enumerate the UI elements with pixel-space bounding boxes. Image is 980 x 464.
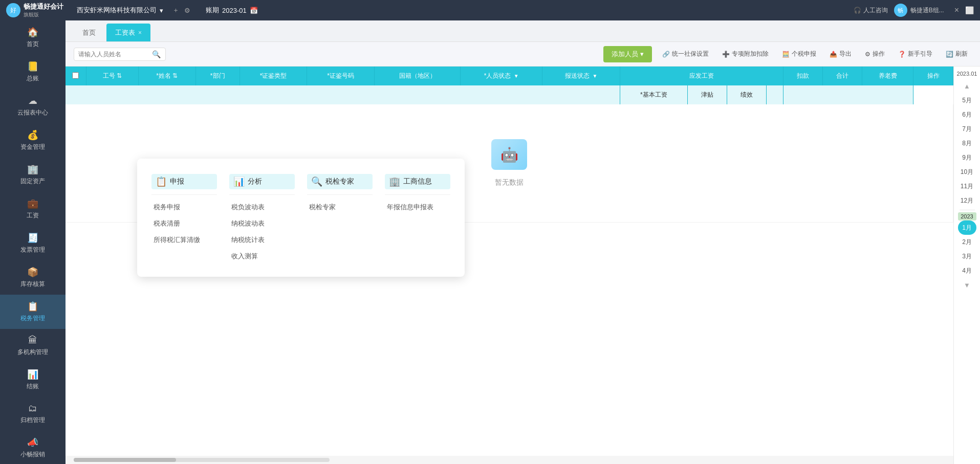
menu-section-工商信息: 🏢 工商信息 年报信息申报表	[379, 167, 456, 269]
menu-item-税负波动表[interactable]: 税负波动表	[229, 199, 295, 215]
menu-item-纳税统计表[interactable]: 纳税统计表	[229, 232, 295, 248]
sidebar-icon: 🏛	[28, 335, 37, 346]
sidebar-item-固定资产[interactable]: 🏢固定资产	[0, 158, 66, 192]
month-9月[interactable]: 9月	[958, 150, 976, 165]
action-icon: ❓	[898, 51, 906, 58]
toolbar-btn-导出[interactable]: 📤导出	[825, 47, 856, 61]
month-4月[interactable]: 4月	[958, 263, 976, 278]
chevron-down-icon: ▼	[964, 281, 970, 289]
sidebar-item-小畅报销[interactable]: 📣小畅报销	[0, 431, 66, 464]
col-id-number: *证鉴号码	[307, 67, 375, 85]
right-panel-year-header: 2023.01	[955, 69, 979, 79]
chevron-down-icon: ▾	[640, 50, 644, 58]
month-10月[interactable]: 10月	[958, 165, 976, 179]
customer-service-btn[interactable]: 🎧 人工咨询	[854, 6, 888, 15]
month-11月[interactable]: 11月	[958, 179, 976, 193]
month-6月[interactable]: 6月	[958, 107, 976, 122]
sidebar-item-发票管理[interactable]: 🧾发票管理	[0, 226, 66, 260]
sidebar-item-云报表中心[interactable]: ☁云报表中心	[0, 89, 66, 123]
right-panel-divider	[960, 210, 975, 210]
top-bar: 好 畅捷通好会计 旗舰版 西安虾米网络科技有限公司 ▾ ＋ ⚙ 账期 2023-…	[0, 0, 980, 20]
sidebar-item-库存核算[interactable]: 📦库存核算	[0, 260, 66, 295]
chevron-down-icon: ▾	[160, 7, 163, 14]
action-label: 新手引导	[908, 50, 932, 58]
tab-close-icon[interactable]: ×	[138, 29, 142, 36]
logo-sub: 旗舰版	[24, 11, 63, 18]
sidebar-icon: 📒	[27, 61, 38, 72]
menu-item-税务申报[interactable]: 税务申报	[151, 199, 217, 215]
sidebar-label: 工资	[27, 211, 39, 220]
sidebar-icon: 📦	[27, 267, 38, 278]
sidebar-item-结账[interactable]: 📊结账	[0, 363, 66, 397]
sub-header-empty	[66, 85, 620, 104]
avatar: 畅	[894, 4, 907, 17]
sidebar-item-归档管理[interactable]: 🗂归档管理	[0, 397, 66, 431]
checkbox-header[interactable]	[66, 67, 86, 85]
tab-工资表[interactable]: 工资表×	[106, 24, 150, 41]
right-panel-nav-up[interactable]: ▲	[960, 79, 974, 93]
sidebar-label: 云报表中心	[17, 108, 48, 117]
sidebar-item-资金管理[interactable]: 💰资金管理	[0, 123, 66, 158]
toolbar-btn-个税申报[interactable]: 🧮个税申报	[778, 47, 820, 61]
search-input[interactable]	[78, 51, 150, 58]
sidebar-item-工资[interactable]: 💼工资	[0, 192, 66, 226]
add-person-button[interactable]: 添加人员 ▾	[603, 46, 652, 62]
menu-item-收入测算[interactable]: 收入测算	[229, 248, 295, 264]
content-wrapper: 首页工资表× 🔍 添加人员 ▾ 🔗统一社保设置➕专项附加扣除🧮个税申报📤导出⚙操…	[66, 20, 980, 464]
action-icon: 🧮	[782, 51, 790, 58]
month-7月[interactable]: 7月	[958, 122, 976, 136]
add-company-icon[interactable]: ＋	[172, 6, 179, 15]
month-1月[interactable]: 1月	[958, 220, 976, 235]
menu-item-年报信息申报表[interactable]: 年报信息申报表	[385, 199, 450, 215]
restore-icon[interactable]: ⬜	[965, 6, 974, 14]
action-label: 个税申报	[792, 50, 816, 58]
menu-section-税检专家: 🔍 税检专家 税检专家	[301, 167, 379, 269]
content-row: 工号 ⇅ *姓名 ⇅ *部门 *证鉴类型 *证鉴号码 国籍（地区） *人员状态 …	[66, 67, 980, 464]
toolbar-btn-刷新[interactable]: 🔄刷新	[942, 47, 972, 61]
period-value: 2023-01	[222, 7, 247, 14]
month-2月[interactable]: 2月	[958, 235, 976, 249]
company-selector[interactable]: 西安虾米网络科技有限公司 ▾	[73, 4, 167, 17]
sidebar-label: 多机构管理	[17, 348, 48, 357]
close-icon[interactable]: ×	[954, 6, 959, 15]
action-icon: ⚙	[865, 51, 870, 58]
month-3月[interactable]: 3月	[958, 249, 976, 263]
headset-icon: 🎧	[854, 7, 861, 14]
section-header-bg: 🔍 税检专家	[307, 174, 373, 189]
menu-item-税检专家[interactable]: 税检专家	[307, 199, 373, 215]
sidebar-item-税务管理[interactable]: 📋税务管理	[0, 295, 66, 329]
toolbar-btn-操作[interactable]: ⚙操作	[861, 47, 889, 61]
settings-icon[interactable]: ⚙	[184, 7, 190, 14]
tab-首页[interactable]: 首页	[74, 24, 104, 41]
col-name: *姓名 ⇅	[139, 67, 195, 85]
menu-item-纳税波动表[interactable]: 纳税波动表	[229, 215, 295, 232]
month-8月[interactable]: 8月	[958, 136, 976, 150]
col-total: 合计	[822, 67, 862, 85]
toolbar-btn-专项附加扣除[interactable]: ➕专项附加扣除	[718, 47, 773, 61]
toolbar-btn-新手引导[interactable]: ❓新手引导	[894, 47, 937, 61]
right-panel-nav-down[interactable]: ▼	[960, 278, 974, 292]
tab-label: 工资表	[115, 28, 135, 37]
toolbar-actions: 🔗统一社保设置➕专项附加扣除🧮个税申报📤导出⚙操作❓新手引导🔄刷新	[658, 47, 972, 61]
menu-item-所得税汇算清缴[interactable]: 所得税汇算清缴	[151, 232, 217, 248]
sidebar-label: 首页	[27, 40, 39, 49]
col-id-type: *证鉴类型	[239, 67, 307, 85]
search-box[interactable]: 🔍	[74, 48, 166, 61]
horizontal-scrollbar[interactable]	[66, 456, 953, 464]
sidebar-item-多机构管理[interactable]: 🏛多机构管理	[0, 329, 66, 363]
sidebar-item-总账[interactable]: 📒总账	[0, 55, 66, 89]
sidebar-item-首页[interactable]: 🏠首页	[0, 20, 66, 55]
menu-item-税表清册[interactable]: 税表清册	[151, 215, 217, 232]
month-12月[interactable]: 12月	[958, 193, 976, 208]
period-info: 账期 2023-01 📅	[206, 6, 258, 15]
toolbar-btn-统一社保设置[interactable]: 🔗统一社保设置	[658, 47, 713, 61]
col-nationality: 国籍（地区）	[374, 67, 460, 85]
select-all-checkbox[interactable]	[72, 72, 79, 79]
sidebar-label: 资金管理	[20, 143, 45, 151]
menu-section-申报: 📋 申报 税务申报税表清册所得税汇算清缴	[145, 167, 223, 269]
account-info[interactable]: 畅 畅捷通B组...	[894, 4, 944, 17]
menu-section-header-工商信息: 🏢 工商信息	[385, 171, 450, 195]
month-5月[interactable]: 5月	[958, 93, 976, 107]
search-icon[interactable]: 🔍	[152, 50, 161, 58]
calendar-icon[interactable]: 📅	[250, 7, 258, 14]
